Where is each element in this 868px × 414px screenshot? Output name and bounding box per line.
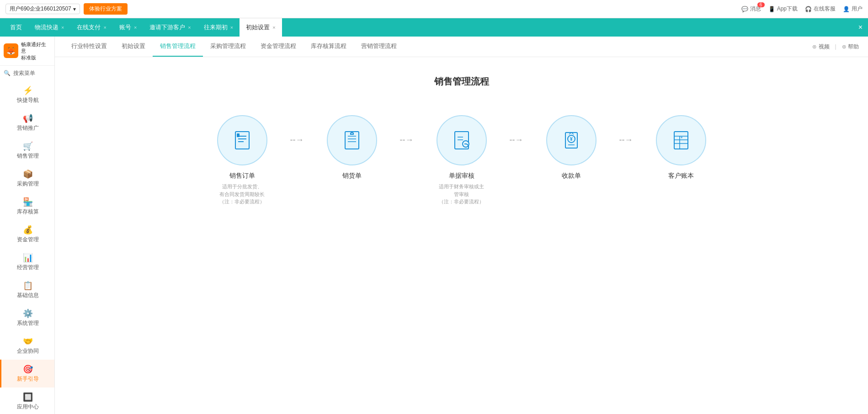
flow-step-receipt[interactable]: ¥ 收款单 [530, 115, 612, 183]
sub-tab-sales-flow[interactable]: 销售管理流程 [153, 37, 203, 57]
sidebar-item-guide[interactable]: 🎯 新手引导 [0, 360, 54, 387]
sales-icon: 🛒 [23, 141, 33, 151]
online-service-button[interactable]: 🎧 在线客服 [805, 5, 836, 13]
page-content: 销售管理流程 销售订单 适用于分批发货、有合同 [55, 57, 868, 215]
arrow-icon-1: --→ [290, 135, 304, 145]
arrow-icon-2: --→ [400, 135, 414, 145]
tab-invite[interactable]: 邀请下游客户 × [143, 18, 197, 37]
tab-account-label: 账号 [119, 23, 131, 32]
sidebar-search[interactable]: 🔍 搜索菜单 [0, 66, 54, 81]
sidebar-item-quick-nav[interactable]: ⚡ 快捷导航 [0, 81, 54, 109]
audit-name: 单据审核 [449, 172, 474, 180]
app-download-button[interactable]: 📱 App下载 [768, 5, 798, 13]
sidebar-item-system[interactable]: ⚙️ 系统管理 [0, 304, 54, 332]
tab-logistics[interactable]: 物流快递 × [28, 18, 70, 37]
top-bar-right: 💬 消息 6 📱 App下载 🎧 在线客服 👤 用户 [741, 5, 863, 13]
sales-invoice-name: 销货单 [342, 172, 362, 180]
flow-arrow-2: --→ [393, 115, 421, 145]
help-link[interactable]: ⊙ 帮助 [842, 43, 859, 51]
sidebar-item-marketing-label: 营销推广 [17, 124, 39, 132]
app-download-icon: 📱 [768, 6, 775, 12]
tab-payment-close[interactable]: × [103, 25, 106, 30]
basic-icon: 📋 [23, 281, 33, 291]
sidebar-item-purchase-label: 采购管理 [17, 180, 39, 188]
sub-tab-inventory-calc-label: 库存核算流程 [311, 42, 346, 49]
trial-button[interactable]: 体验行业方案 [84, 3, 128, 15]
top-bar: 用户690企业1660120507 ▾ 体验行业方案 💬 消息 6 📱 App下… [0, 0, 868, 18]
sidebar-item-finance[interactable]: 💰 资金管理 [0, 220, 54, 248]
operations-icon: 📊 [23, 253, 33, 263]
tab-invite-label: 邀请下游客户 [149, 23, 185, 32]
sidebar-item-enterprise[interactable]: 🤝 企业协同 [0, 332, 54, 360]
sidebar-item-inventory[interactable]: 🏪 库存核算 [0, 192, 54, 220]
main-layout: 🦊 畅康通好生意 标准版 🔍 搜索菜单 ⚡ 快捷导航 📢 营销推广 🛒 销售管理… [0, 37, 868, 414]
video-help-link[interactable]: ⊙ 视频 [812, 43, 829, 51]
user-select-text: 用户690企业1660120507 [10, 5, 71, 13]
sales-invoice-circle [327, 115, 377, 165]
tab-init[interactable]: 初始设置 × [240, 18, 282, 37]
tab-history[interactable]: 往来期初 × [197, 18, 240, 37]
sidebar-item-operations[interactable]: 📊 经营管理 [0, 248, 54, 276]
sub-tab-industry[interactable]: 行业特性设置 [64, 37, 114, 57]
audit-desc: 适用于财务审核或主管审核（注：非必要流程） [439, 183, 484, 206]
svg-point-9 [351, 132, 353, 133]
global-close-icon[interactable]: × [858, 23, 863, 32]
tab-init-close[interactable]: × [272, 25, 275, 30]
flow-step-audit[interactable]: 单据审核 适用于财务审核或主管审核（注：非必要流程） [421, 115, 503, 206]
arrow-icon-4: --→ [619, 135, 633, 145]
sidebar: 🦊 畅康通好生意 标准版 🔍 搜索菜单 ⚡ 快捷导航 📢 营销推广 🛒 销售管理… [0, 37, 55, 414]
sidebar-item-sales[interactable]: 🛒 销售管理 [0, 137, 54, 165]
receipt-circle: ¥ [546, 115, 596, 165]
sidebar-logo: 🦊 畅康通好生意 标准版 [0, 37, 54, 66]
sidebar-item-system-label: 系统管理 [17, 319, 39, 327]
sidebar-item-purchase[interactable]: 📦 采购管理 [0, 165, 54, 192]
guide-icon: 🎯 [23, 364, 33, 374]
sidebar-item-app-center[interactable]: 🔲 应用中心 [0, 387, 54, 414]
messages-badge: 6 [757, 2, 765, 7]
online-service-label: 在线客服 [814, 5, 836, 13]
svg-text:¥: ¥ [570, 137, 573, 142]
flow-step-sales-invoice[interactable]: 销货单 [311, 115, 393, 183]
sidebar-item-basic-label: 基础信息 [17, 292, 39, 299]
tab-home[interactable]: 首页 [4, 18, 28, 37]
sidebar-item-marketing[interactable]: 📢 营销推广 [0, 109, 54, 137]
sub-tab-industry-label: 行业特性设置 [71, 42, 107, 49]
sales-order-circle [217, 115, 267, 165]
user-select[interactable]: 用户690企业1660120507 ▾ [5, 4, 80, 14]
sub-tab-purchase-flow-label: 采购管理流程 [210, 42, 246, 49]
sales-order-name: 销售订单 [229, 172, 255, 180]
sidebar-item-basic[interactable]: 📋 基础信息 [0, 276, 54, 304]
message-icon: 💬 [741, 6, 748, 12]
svg-rect-4 [237, 133, 240, 137]
logo-line1: 畅康通好生意 [21, 41, 51, 54]
tab-account[interactable]: 账号 × [113, 18, 143, 37]
sub-tab-finance-flow[interactable]: 资金管理流程 [253, 37, 304, 57]
sub-tab-marketing-flow[interactable]: 营销管理流程 [354, 37, 404, 57]
tab-history-close[interactable]: × [230, 25, 233, 30]
svg-text:¥: ¥ [680, 135, 683, 139]
system-icon: ⚙️ [23, 308, 33, 318]
tab-invite-close[interactable]: × [188, 25, 191, 30]
marketing-icon: 📢 [23, 113, 33, 123]
sidebar-item-finance-label: 资金管理 [17, 236, 39, 244]
sub-tab-inventory-calc[interactable]: 库存核算流程 [304, 37, 354, 57]
user-avatar-button[interactable]: 👤 用户 [843, 5, 863, 13]
tab-init-label: 初始设置 [246, 23, 270, 32]
nav-tabs: 首页 物流快递 × 在线支付 × 账号 × 邀请下游客户 × 往来期初 × 初始… [0, 18, 868, 37]
sub-tab-init-set[interactable]: 初始设置 [114, 37, 153, 57]
flow-step-ledger[interactable]: ¥ 客户账本 [640, 115, 722, 183]
divider: | [835, 43, 836, 50]
sidebar-item-inventory-label: 库存核算 [17, 208, 39, 216]
messages-button[interactable]: 💬 消息 6 [741, 5, 761, 13]
tab-payment[interactable]: 在线支付 × [70, 18, 112, 37]
logo-line2: 标准版 [21, 54, 51, 61]
sub-tab-purchase-flow[interactable]: 采购管理流程 [203, 37, 253, 57]
tab-logistics-close[interactable]: × [61, 25, 64, 30]
app-center-icon: 🔲 [23, 392, 33, 402]
tab-history-label: 往来期初 [204, 23, 228, 32]
flow-step-sales-order[interactable]: 销售订单 适用于分批发货、有合同发货周期较长（注：非必要流程） [201, 115, 283, 206]
sub-tab-sales-flow-label: 销售管理流程 [160, 42, 196, 49]
sidebar-item-app-center-label: 应用中心 [17, 403, 39, 411]
sub-tabs: 行业特性设置 初始设置 销售管理流程 采购管理流程 资金管理流程 库存核算流程 … [55, 37, 868, 57]
tab-account-close[interactable]: × [134, 25, 137, 30]
